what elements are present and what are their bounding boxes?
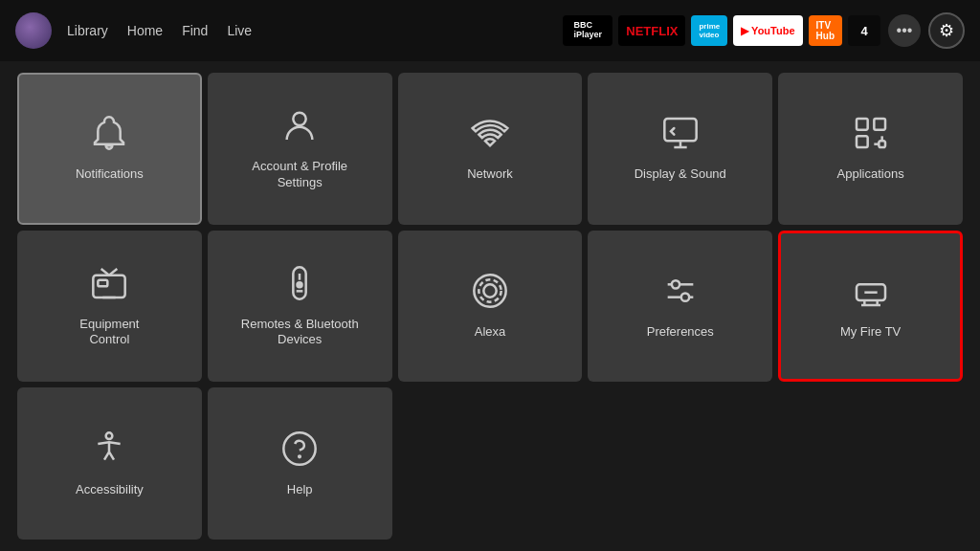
help-icon (280, 430, 319, 473)
prime-video-badge[interactable]: prime video (691, 15, 727, 46)
grid-item-remotes[interactable]: Remotes & Bluetooth Devices (208, 231, 392, 383)
accessibility-icon (90, 430, 128, 473)
grid-item-label-accessibility: Accessibility (76, 482, 144, 498)
grid-item-label-network: Network (467, 166, 513, 183)
grid-item-label-alexa: Alexa (475, 324, 506, 341)
bell-icon (90, 114, 128, 157)
grid-item-equipment[interactable]: Equipment Control (17, 231, 202, 383)
grid-item-label-equipment: Equipment Control (79, 317, 139, 349)
itv-badge[interactable]: ITV Hub (809, 15, 842, 46)
more-button[interactable]: ••• (888, 14, 921, 47)
grid-item-label-preferences: Preferences (647, 324, 714, 341)
apps-icon (852, 114, 890, 157)
grid-item-my-fire-tv[interactable]: My Fire TV (778, 231, 963, 383)
svg-rect-2 (857, 119, 868, 130)
top-navigation: LibraryHomeFindLive BBC iPlayerNETFLIXpr… (0, 0, 980, 61)
nav-link-live[interactable]: Live (227, 23, 252, 38)
nav-links: LibraryHomeFindLive (67, 23, 252, 38)
person-icon (280, 106, 319, 149)
alexa-icon (471, 272, 509, 315)
grid-item-label-help: Help (287, 482, 313, 498)
svg-point-20 (681, 294, 689, 301)
sliders-icon (661, 272, 700, 315)
grid-item-label-my-fire-tv: My Fire TV (840, 324, 901, 341)
nav-link-find[interactable]: Find (182, 23, 208, 38)
svg-rect-1 (664, 119, 696, 141)
grid-item-label-applications: Applications (837, 166, 904, 183)
grid-item-preferences[interactable]: Preferences (588, 231, 772, 383)
grid-item-applications[interactable]: Applications (778, 73, 963, 225)
grid-item-label-notifications: Notifications (76, 166, 144, 183)
grid-item-help[interactable]: Help (208, 387, 392, 540)
svg-point-28 (299, 455, 301, 457)
svg-rect-3 (874, 119, 885, 130)
svg-point-12 (298, 282, 302, 287)
grid-item-network[interactable]: Network (398, 73, 583, 225)
user-avatar[interactable] (15, 12, 52, 49)
svg-rect-5 (879, 142, 885, 148)
grid-item-label-account: Account & Profile Settings (252, 159, 347, 191)
wifi-icon (471, 114, 509, 157)
svg-rect-4 (857, 137, 868, 148)
settings-button[interactable]: ⚙ (928, 12, 965, 49)
svg-point-16 (483, 284, 496, 297)
app-shortcuts: BBC iPlayerNETFLIXprime video▶ YouTubeIT… (563, 15, 880, 46)
channel4-badge[interactable]: 4 (848, 15, 880, 46)
grid-item-notifications[interactable]: Notifications (17, 73, 202, 225)
grid-item-accessibility[interactable]: Accessibility (17, 387, 202, 540)
grid-item-display-sound[interactable]: Display & Sound (588, 73, 772, 225)
tv-icon (90, 264, 128, 307)
svg-point-26 (106, 432, 113, 439)
grid-item-account[interactable]: Account & Profile Settings (208, 73, 392, 225)
grid-item-label-remotes: Remotes & Bluetooth Devices (241, 317, 359, 349)
netflix-badge[interactable]: NETFLIX (618, 15, 685, 46)
settings-grid: NotificationsAccount & Profile SettingsN… (0, 61, 980, 551)
display-icon (661, 114, 700, 157)
svg-point-27 (284, 432, 316, 464)
remote-icon (280, 264, 319, 307)
grid-item-label-display-sound: Display & Sound (635, 166, 726, 183)
svg-rect-9 (99, 279, 108, 286)
nav-link-library[interactable]: Library (67, 23, 108, 38)
svg-point-15 (479, 279, 501, 301)
svg-point-19 (672, 280, 679, 288)
firetv-icon (852, 272, 890, 315)
svg-point-0 (294, 113, 306, 125)
grid-item-alexa[interactable]: Alexa (398, 231, 583, 383)
nav-link-home[interactable]: Home (127, 23, 163, 38)
bbc-iplayer-badge[interactable]: BBC iPlayer (563, 15, 612, 46)
youtube-badge[interactable]: ▶ YouTube (733, 15, 802, 46)
